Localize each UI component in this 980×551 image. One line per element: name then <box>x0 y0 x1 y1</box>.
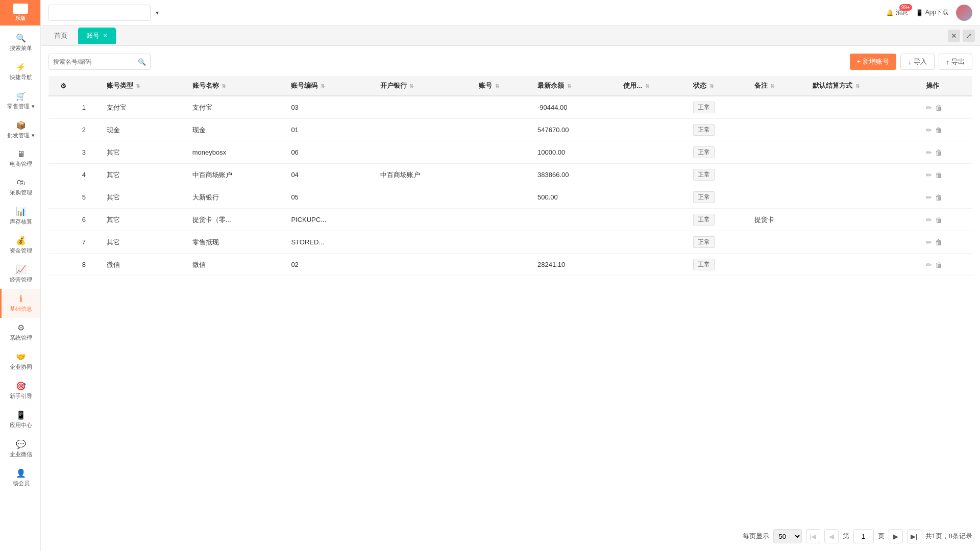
messages-button[interactable]: 🔔 消息 99+ <box>886 8 908 17</box>
page-last-button[interactable]: ▶| <box>907 529 921 543</box>
sidebar-item-1[interactable]: ⚡快捷导航 <box>0 57 40 86</box>
topbar-search-input[interactable] <box>53 6 146 20</box>
cell-actions-1: ✏ 🗑 <box>922 119 972 141</box>
cell-name-6: 零售抵现 <box>188 231 287 254</box>
import-button[interactable]: ↓ 导入 <box>900 54 935 70</box>
sidebar-item-4[interactable]: 🖥电商管理 <box>0 144 40 173</box>
page-first-button[interactable]: |◀ <box>806 529 820 543</box>
delete-button-5[interactable]: 🗑 <box>935 216 942 224</box>
tab-account-close[interactable]: ✕ <box>103 32 108 39</box>
cell-name-2: moneybosx <box>188 141 287 164</box>
page-suffix: 页 <box>878 532 885 541</box>
sidebar-item-14[interactable]: 💬企业微信 <box>0 434 40 463</box>
avatar[interactable] <box>956 5 972 21</box>
sidebar-label-14: 企业微信 <box>10 450 32 458</box>
tab-account[interactable]: 账号 ✕ <box>78 28 116 44</box>
sidebar-icon-2: 🛒 <box>16 91 26 101</box>
page-size-select[interactable]: 50 20 100 <box>773 529 802 543</box>
col-default-settlement[interactable]: 默认结算方式 ⇅ <box>808 76 922 96</box>
sidebar-icon-4: 🖥 <box>17 149 25 159</box>
col-account-num[interactable]: 账号 ⇅ <box>475 76 533 96</box>
delete-button-2[interactable]: 🗑 <box>935 148 942 157</box>
topbar-dropdown[interactable]: ▾ <box>156 9 159 16</box>
sidebar: 乐版 🔍搜索菜单⚡快捷导航🛒零售管理 ▾📦批发管理 ▾🖥电商管理🛍采购管理📊库存… <box>0 0 41 551</box>
page-prev-button[interactable]: ◀ <box>824 529 839 543</box>
cell-accnum-1 <box>475 119 533 141</box>
sidebar-item-13[interactable]: 📱应用中心 <box>0 405 40 434</box>
delete-button-7[interactable]: 🗑 <box>935 261 942 269</box>
cell-name-7: 微信 <box>188 254 287 276</box>
edit-button-7[interactable]: ✏ <box>926 261 932 269</box>
tabbar-actions: ✕ ⤢ <box>948 30 975 42</box>
col-status[interactable]: 状态 ⇅ <box>689 76 750 96</box>
edit-button-0[interactable]: ✏ <box>926 104 932 112</box>
sidebar-item-2[interactable]: 🛒零售管理 ▾ <box>0 86 40 115</box>
sidebar-item-7[interactable]: 💰资金管理 <box>0 231 40 260</box>
delete-button-0[interactable]: 🗑 <box>935 104 942 112</box>
sidebar-icon-15: 👤 <box>16 468 26 478</box>
cell-balance-7: 28241.10 <box>533 254 619 276</box>
cell-accnum-6 <box>475 231 533 254</box>
sidebar-item-11[interactable]: 🤝企业协同 <box>0 347 40 376</box>
sidebar-label-7: 资金管理 <box>10 247 32 255</box>
cell-num-3: 4 <box>78 164 103 186</box>
sidebar-icon-7: 💰 <box>16 236 26 245</box>
sidebar-item-8[interactable]: 📈经营管理 <box>0 260 40 289</box>
cell-actions-6: ✏ 🗑 <box>922 231 972 254</box>
edit-button-1[interactable]: ✏ <box>926 126 932 134</box>
sidebar-item-9[interactable]: ℹ基础信息 <box>0 289 40 318</box>
tab-home[interactable]: 首页 <box>46 28 76 44</box>
edit-button-6[interactable]: ✏ <box>926 238 932 246</box>
delete-button-3[interactable]: 🗑 <box>935 171 942 179</box>
delete-button-4[interactable]: 🗑 <box>935 193 942 202</box>
import-icon: ↓ <box>908 58 912 66</box>
edit-button-4[interactable]: ✏ <box>926 193 932 202</box>
export-button[interactable]: ↑ 导出 <box>939 54 973 70</box>
cell-bank-3: 中百商场账户 <box>376 164 475 186</box>
table-toolbar: 🔍 + 新增账号 ↓ 导入 ↑ 导出 <box>48 54 972 70</box>
toolbar-right: + 新增账号 ↓ 导入 ↑ 导出 <box>850 54 972 70</box>
cell-status-7: 正常 <box>689 254 750 276</box>
col-settings[interactable]: ⚙ <box>48 76 78 96</box>
delete-button-6[interactable]: 🗑 <box>935 238 942 246</box>
col-use[interactable]: 使用... ⇅ <box>619 76 689 96</box>
edit-button-3[interactable]: ✏ <box>926 171 932 179</box>
tab-close-button[interactable]: ✕ <box>948 30 960 42</box>
cell-remark-0 <box>750 96 809 119</box>
page-input[interactable] <box>853 529 874 543</box>
status-badge-3: 正常 <box>693 169 715 181</box>
cell-settlement-5 <box>808 209 922 231</box>
page-next-button[interactable]: ▶ <box>889 529 903 543</box>
col-account-type[interactable]: 账号类型 ⇅ <box>103 76 188 96</box>
page-label: 第 <box>843 532 849 541</box>
export-icon: ↑ <box>946 58 950 66</box>
edit-button-2[interactable]: ✏ <box>926 148 932 157</box>
app-download-label: App下载 <box>925 8 948 17</box>
account-search-input[interactable] <box>53 58 135 65</box>
edit-button-5[interactable]: ✏ <box>926 216 932 224</box>
sidebar-item-15[interactable]: 👤畅会员 <box>0 463 40 492</box>
sidebar-item-10[interactable]: ⚙系统管理 <box>0 318 40 347</box>
status-badge-7: 正常 <box>693 259 715 270</box>
sidebar-item-0[interactable]: 🔍搜索菜单 <box>0 28 40 57</box>
col-balance[interactable]: 最新余额 ⇅ <box>533 76 619 96</box>
sidebar-item-5[interactable]: 🛍采购管理 <box>0 173 40 202</box>
delete-button-1[interactable]: 🗑 <box>935 126 942 134</box>
col-num <box>78 76 103 96</box>
sidebar-item-6[interactable]: 📊库存核算 <box>0 202 40 231</box>
cell-settings-5 <box>48 209 78 231</box>
col-account-code[interactable]: 账号编码 ⇅ <box>287 76 376 96</box>
add-account-button[interactable]: + 新增账号 <box>850 54 896 70</box>
sidebar-item-12[interactable]: 🎯新手引导 <box>0 376 40 405</box>
col-account-name[interactable]: 账号名称 ⇅ <box>188 76 287 96</box>
cell-balance-2: 10000.00 <box>533 141 619 164</box>
tab-expand-button[interactable]: ⤢ <box>963 30 975 42</box>
sidebar-item-3[interactable]: 📦批发管理 ▾ <box>0 115 40 144</box>
sidebar-nav: 🔍搜索菜单⚡快捷导航🛒零售管理 ▾📦批发管理 ▾🖥电商管理🛍采购管理📊库存核算💰… <box>0 26 40 551</box>
app-download-button[interactable]: 📱 App下载 <box>916 8 948 17</box>
cell-use-5 <box>619 209 689 231</box>
cell-settlement-6 <box>808 231 922 254</box>
col-remark[interactable]: 备注 ⇅ <box>750 76 809 96</box>
col-bank[interactable]: 开户银行 ⇅ <box>376 76 475 96</box>
cell-balance-4: 500.00 <box>533 186 619 209</box>
